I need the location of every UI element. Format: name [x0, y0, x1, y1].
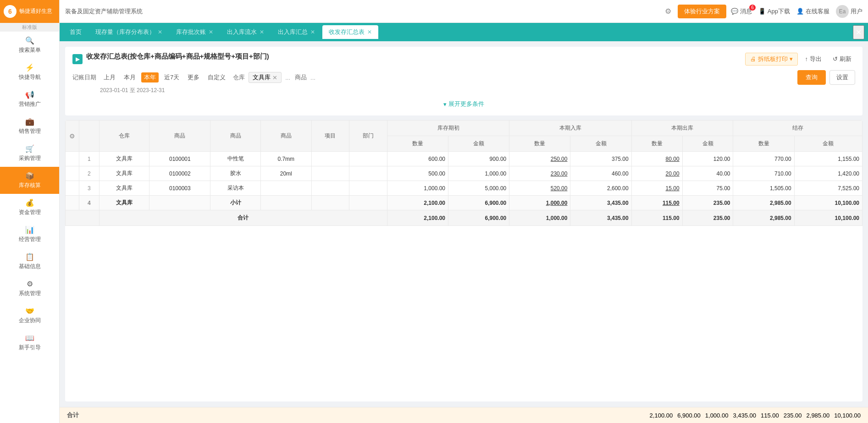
topbar-settings-button[interactable]: ⚙	[663, 5, 673, 17]
sidebar-item-2[interactable]: 📢 营销推广	[0, 86, 59, 113]
sidebar-item-8[interactable]: 📋 基础信息	[0, 248, 59, 275]
page-title: 收发存汇总表(按仓库+商品编码+商品+规格型号+项目+部门)	[86, 52, 269, 61]
footer-bar-end-amt: 10,100.00	[834, 412, 861, 419]
col-header-out-amt: 金额	[682, 136, 733, 152]
sidebar-item-7[interactable]: 📊 经营管理	[0, 221, 59, 248]
tab-close-1[interactable]: ✕	[158, 29, 162, 35]
tab-1[interactable]: 现存量（库存分布表）✕	[89, 25, 169, 39]
sidebar-label-7: 经营管理	[19, 236, 41, 243]
row-out-amt: 120.00	[682, 152, 733, 166]
col-header-warehouse: 仓库	[99, 121, 149, 152]
online-service-action[interactable]: 👤 在线客服	[796, 7, 829, 16]
app-download-label: App下载	[768, 7, 790, 16]
row-num: 2	[79, 166, 100, 181]
sidebar-item-3[interactable]: 💼 销售管理	[0, 113, 59, 140]
row-name: 小计	[210, 196, 260, 210]
sidebar-icon-10: 🤝	[25, 307, 34, 315]
footer-bar-label: 合计	[67, 411, 79, 419]
row-init-qty: 2,100.00	[387, 196, 448, 210]
row-spec	[260, 181, 311, 196]
tab-label-4: 出入库汇总	[278, 28, 308, 36]
sidebar-item-11[interactable]: 📖 新手引导	[0, 329, 59, 356]
row-check	[66, 152, 79, 166]
column-settings-icon[interactable]: ⚙	[69, 132, 75, 140]
warehouse-tag-close[interactable]: ✕	[272, 74, 277, 81]
refresh-icon: ↺	[833, 55, 838, 62]
sidebar-item-4[interactable]: 🛒 采购管理	[0, 140, 59, 167]
tab-label-5: 收发存汇总表	[329, 28, 365, 36]
row-init-qty: 500.00	[387, 166, 448, 181]
sidebar-item-1[interactable]: ⚡ 快捷导航	[0, 59, 59, 86]
sidebar-item-0[interactable]: 🔍 搜索菜单	[0, 32, 59, 59]
tab-4[interactable]: 出入库汇总✕	[271, 25, 321, 39]
row-in-qty[interactable]: 230.00	[509, 166, 570, 181]
sidebar-item-9[interactable]: ⚙ 系统管理	[0, 275, 59, 302]
tab-close-5[interactable]: ✕	[367, 29, 372, 35]
row-out-qty[interactable]: 15.00	[631, 181, 682, 196]
date-option-5[interactable]: 自定义	[205, 72, 228, 82]
row-end-qty: 710.00	[733, 166, 794, 181]
row-project	[311, 152, 349, 166]
goods-more-button[interactable]: ...	[310, 74, 315, 81]
tab-2[interactable]: 库存批次账✕	[170, 25, 220, 39]
row-dept	[349, 196, 387, 210]
row-project	[311, 181, 349, 196]
sidebar-item-6[interactable]: 💰 资金管理	[0, 194, 59, 221]
topbar: 装备及固定资产辅助管理系统 ⚙ 体验行业方案 💬 消息 6 📱 App下载 👤 …	[60, 0, 868, 23]
user-action[interactable]: Ea 用户	[836, 5, 862, 18]
export-button[interactable]: ↑ 导出	[802, 53, 826, 65]
col-header-spec: 商品	[260, 121, 311, 152]
col-header-in: 本期入库	[509, 121, 631, 136]
tab-0[interactable]: 首页	[63, 25, 88, 39]
col-header-end: 结存	[733, 121, 862, 136]
sidebar-item-10[interactable]: 🤝 企业协同	[0, 302, 59, 329]
app-download-action[interactable]: 📱 App下载	[758, 7, 790, 16]
expand-more-button[interactable]: ▾ 展开更多条件	[440, 98, 488, 110]
row-warehouse: 文具库	[99, 181, 149, 196]
row-warehouse: 文具库	[99, 166, 149, 181]
tab-5[interactable]: 收发存汇总表✕	[322, 25, 378, 39]
sidebar-icon-6: 💰	[25, 198, 34, 207]
experience-button[interactable]: 体验行业方案	[678, 5, 726, 18]
footer-end-qty: 2,985.00	[733, 210, 794, 226]
date-range-display: 2023-01-01 至 2023-12-31	[100, 87, 165, 93]
row-out-qty[interactable]: 115.00	[631, 196, 682, 210]
tab-3[interactable]: 出入库流水✕	[221, 25, 271, 39]
close-all-button[interactable]: ✕	[853, 25, 864, 39]
table-settings-header: ⚙	[66, 121, 79, 152]
footer-end-amt: 10,100.00	[794, 210, 862, 226]
row-warehouse: 文具库	[99, 152, 149, 166]
expand-arrow-button[interactable]: ▶	[72, 54, 83, 64]
row-out-qty[interactable]: 80.00	[631, 152, 682, 166]
sidebar-label-9: 系统管理	[19, 290, 41, 297]
footer-bar-end-qty: 2,985.00	[807, 412, 830, 419]
sidebar-icon-0: 🔍	[25, 36, 34, 45]
sidebar-item-5[interactable]: 📦 库存核算	[0, 167, 59, 194]
tab-close-3[interactable]: ✕	[260, 29, 264, 35]
tab-close-4[interactable]: ✕	[310, 29, 315, 35]
row-in-qty[interactable]: 250.00	[509, 152, 570, 166]
message-action[interactable]: 💬 消息 6	[731, 7, 752, 16]
warehouse-more-button[interactable]: ...	[285, 74, 290, 81]
print-button[interactable]: 🖨 拆纸板打印 ▾	[745, 53, 798, 66]
row-in-qty[interactable]: 520.00	[509, 181, 570, 196]
warehouse-filter-label: 仓库	[233, 73, 245, 82]
date-option-1[interactable]: 本月	[121, 72, 138, 82]
date-option-2[interactable]: 本年	[141, 72, 159, 82]
date-option-0[interactable]: 上月	[101, 72, 118, 82]
date-filter-label: 记账日期	[72, 73, 96, 82]
row-num: 1	[79, 152, 100, 166]
query-button[interactable]: 查询	[797, 70, 826, 85]
filter-settings-button[interactable]: 设置	[829, 70, 855, 85]
date-option-3[interactable]: 近7天	[161, 72, 182, 82]
row-name: 中性笔	[210, 152, 260, 166]
system-title: 装备及固定资产辅助管理系统	[65, 7, 658, 16]
refresh-button[interactable]: ↺ 刷新	[829, 53, 855, 65]
date-option-4[interactable]: 更多	[185, 72, 202, 82]
footer-out-qty: 115.00	[631, 210, 682, 226]
avatar: Ea	[836, 5, 849, 18]
tab-close-2[interactable]: ✕	[209, 29, 213, 35]
row-in-qty[interactable]: 1,000.00	[509, 196, 570, 210]
row-out-qty[interactable]: 20.00	[631, 166, 682, 181]
row-init-amt: 900.00	[448, 152, 509, 166]
